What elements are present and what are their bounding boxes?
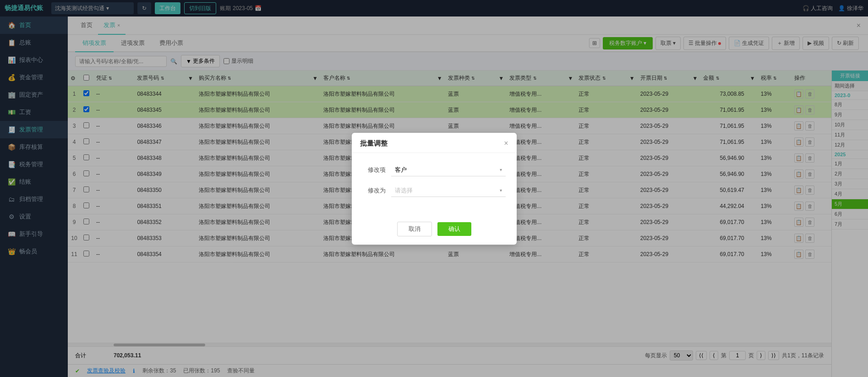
value-row: 修改为 请选择 ▾ — [363, 185, 506, 197]
batch-adjust-modal: 批量调整 × 修改项 客户 ▾ 修改为 请选择 ▾ 取消 确认 — [352, 133, 517, 245]
modal-title: 批量调整 — [360, 139, 388, 148]
modal-close-btn[interactable]: × — [504, 139, 508, 148]
modal-overlay[interactable]: 批量调整 × 修改项 客户 ▾ 修改为 请选择 ▾ 取消 确认 — [0, 0, 868, 377]
chevron-down-icon: ▾ — [500, 188, 502, 193]
field-label: 修改项 — [363, 166, 386, 174]
confirm-btn[interactable]: 确认 — [437, 222, 471, 236]
chevron-down-icon: ▾ — [500, 167, 502, 172]
modal-header: 批量调整 × — [352, 133, 517, 153]
value-select[interactable]: 请选择 ▾ — [391, 185, 506, 197]
field-row: 修改项 客户 ▾ — [363, 164, 506, 176]
modal-body: 修改项 客户 ▾ 修改为 请选择 ▾ — [352, 153, 517, 216]
field-select[interactable]: 客户 ▾ — [391, 164, 506, 176]
cancel-btn[interactable]: 取消 — [397, 222, 432, 236]
value-placeholder: 请选择 — [395, 186, 413, 195]
value-label: 修改为 — [363, 186, 386, 195]
modal-footer: 取消 确认 — [352, 216, 517, 245]
field-value: 客户 — [395, 166, 407, 174]
